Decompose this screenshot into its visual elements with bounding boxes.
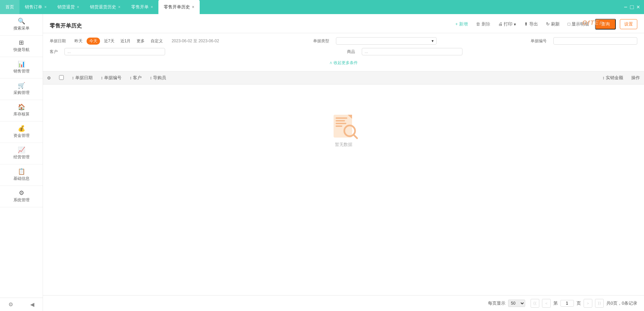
first-page-btn[interactable]: ⟨⟨ (531, 299, 539, 308)
sidebar-item-finance[interactable]: 💰 资金管理 (0, 121, 43, 143)
add-button[interactable]: + 新增 (453, 20, 470, 29)
tab-close-retail-open-history[interactable]: × (192, 5, 194, 9)
sidebar-item-purchase[interactable]: 🛒 采购管理 (0, 79, 43, 100)
table-area: ⚙ ↕ 单据日期 ↕ 单据编号 ↕ 客户 (43, 71, 644, 295)
th-guide-label: ↕ 导购员 (150, 75, 166, 80)
gear-icon[interactable]: ⚙ (47, 75, 51, 81)
product-input[interactable]: ... (362, 48, 462, 55)
th-gear: ⚙ (43, 71, 55, 85)
tab-close-sales-order[interactable]: × (44, 5, 47, 9)
th-action: 操作 (627, 71, 644, 85)
pagination: 每页显示 50 100 200 ⟨⟨ ＜ 第 页 ＞ ⟩⟩ 共0页，0条记录 (43, 295, 644, 311)
th-customer-label: ↕ 客户 (130, 75, 142, 80)
date-btn-近1月[interactable]: 近1月 (118, 38, 133, 45)
collapse-filter-btn[interactable]: ∧ 收起更多条件 (50, 59, 637, 67)
delete-button[interactable]: 🗑 删除 (474, 20, 492, 29)
sidebar-item-sales[interactable]: 📊 销售管理 (0, 57, 43, 79)
doc-num-label: 单据编号 (531, 38, 547, 44)
date-btn-今天[interactable]: 今天 (87, 38, 100, 45)
table-header-row: ⚙ ↕ 单据日期 ↕ 单据编号 ↕ 客户 (43, 71, 644, 85)
sidebar-label-basic: 基础信息 (13, 176, 30, 182)
tab-close-retail-open[interactable]: × (151, 5, 153, 9)
th-customer: ↕ 客户 (126, 71, 146, 85)
content-area: 零售开单历史 + 新增 🗑 删除 🖨 打印 ▾ ⬆ 导出 ↻ 刷新 □ 显示明细… (43, 14, 644, 311)
window-controls: − □ × (620, 4, 644, 11)
date-range: 2023-06-02 至 2023-06-02 (171, 38, 219, 44)
filter-row-2: 客户 ... 商品 ... (50, 48, 637, 55)
doc-type-select[interactable]: ▾ (336, 37, 437, 45)
svg-rect-2 (336, 120, 345, 121)
toolbar: + 新增 🗑 删除 🖨 打印 ▾ ⬆ 导出 ↻ 刷新 □ 显示明细 查询 设置 (453, 19, 637, 33)
settings-button[interactable]: 设置 (620, 19, 637, 29)
nav-tab-sales-return-history[interactable]: 销货退货历史 × (85, 0, 126, 14)
print-label: 🖨 打印 (498, 21, 513, 27)
refresh-button[interactable]: ↻ 刷新 (544, 20, 562, 29)
print-arrow: ▾ (514, 22, 516, 27)
svg-point-7 (347, 128, 352, 134)
date-btn-近7天[interactable]: 近7天 (102, 38, 116, 45)
customer-label: 客户 (50, 49, 58, 55)
tab-close-sales-return-history[interactable]: × (118, 5, 120, 9)
total-info: 共0页，0条记录 (606, 300, 637, 306)
sidebar-icon-inventory: 🏠 (18, 104, 25, 110)
sidebar-item-operation[interactable]: 📈 经营管理 (0, 143, 43, 164)
doc-num-input[interactable] (553, 37, 637, 45)
tab-close-sales-return[interactable]: × (77, 5, 79, 9)
date-filter-btns: 昨天今天近7天近1月更多自定义 (72, 38, 165, 45)
select-all-checkbox[interactable] (59, 75, 64, 80)
per-page-select[interactable]: 50 100 200 (508, 300, 525, 307)
page-input[interactable] (560, 300, 574, 307)
window-close-btn[interactable]: × (636, 4, 640, 11)
empty-text: 暂无数据 (335, 142, 352, 148)
svg-rect-3 (336, 123, 346, 124)
prev-page-btn[interactable]: ＜ (542, 299, 551, 308)
table-body: 暂无数据 (43, 85, 644, 175)
nav-tab-sales-return[interactable]: 销货退货 × (52, 0, 85, 14)
empty-row: 暂无数据 (43, 85, 644, 175)
date-btn-更多[interactable]: 更多 (135, 38, 147, 45)
sidebar-item-search[interactable]: 🔍 搜索采单 (0, 14, 43, 36)
sidebar-label-finance: 资金管理 (13, 133, 30, 139)
empty-state: 暂无数据 (43, 85, 644, 174)
nav-tabs: 首页销售订单 ×销货退货 ×销货退货历史 ×零售开单 ×零售开单历史 × (0, 0, 620, 14)
sidebar-icon-sales: 📊 (18, 61, 25, 67)
th-docnum-label: ↕ 单据编号 (101, 75, 121, 80)
th-amount-label: ↕ 实销金额 (602, 75, 623, 80)
filter-row-1: 单据日期 昨天今天近7天近1月更多自定义 2023-06-02 至 2023-0… (50, 37, 637, 45)
sidebar-item-system[interactable]: ⚙ 系统管理 (0, 186, 43, 207)
nav-tab-retail-open[interactable]: 零售开单 × (126, 0, 158, 14)
date-btn-自定义[interactable]: 自定义 (149, 38, 165, 45)
date-label: 单据日期 (50, 38, 66, 44)
th-action-label: 操作 (631, 75, 640, 80)
svg-rect-4 (336, 125, 342, 127)
sidebar-settings-btn[interactable]: ⚙ (8, 301, 13, 308)
sidebar-item-basic[interactable]: 📋 基础信息 (0, 164, 43, 186)
print-button[interactable]: 🖨 打印 ▾ (496, 20, 518, 29)
window-min-btn[interactable]: − (624, 4, 628, 11)
next-page-btn[interactable]: ＞ (584, 299, 592, 308)
top-nav-bar: 首页销售订单 ×销货退货 ×销货退货历史 ×零售开单 ×零售开单历史 × − □… (0, 0, 644, 14)
sidebar-label-search: 搜索采单 (13, 25, 30, 31)
filter-area: 单据日期 昨天今天近7天近1月更多自定义 2023-06-02 至 2023-0… (43, 33, 644, 71)
th-spacer (170, 71, 598, 85)
sidebar-icon-search: 🔍 (18, 18, 25, 24)
sidebar-label-inventory: 库存核算 (13, 111, 30, 117)
last-page-btn[interactable]: ⟩⟩ (595, 299, 604, 308)
page-header: 零售开单历史 + 新增 🗑 删除 🖨 打印 ▾ ⬆ 导出 ↻ 刷新 □ 显示明细… (43, 14, 644, 33)
export-button[interactable]: ⬆ 导出 (522, 20, 540, 29)
date-btn-昨天[interactable]: 昨天 (72, 38, 85, 45)
sidebar-collapse-btn[interactable]: ◀ (30, 301, 34, 308)
nav-tab-retail-open-history[interactable]: 零售开单历史 × (158, 0, 200, 14)
sidebar-label-sales: 销售管理 (13, 68, 30, 74)
brand-text: OfTEn (582, 19, 604, 27)
window-max-btn[interactable]: □ (630, 4, 634, 11)
customer-input[interactable]: ... (64, 48, 165, 55)
table-header: ⚙ ↕ 单据日期 ↕ 单据编号 ↕ 客户 (43, 71, 644, 85)
nav-tab-home[interactable]: 首页 (0, 0, 19, 14)
sidebar-item-quick-nav[interactable]: ⊞ 快捷导航 (0, 36, 43, 57)
page-title: 零售开单历史 (50, 22, 82, 30)
nav-tab-sales-order[interactable]: 销售订单 × (19, 0, 52, 14)
doc-type-label: 单据类型 (313, 38, 329, 44)
sidebar-item-inventory[interactable]: 🏠 库存核算 (0, 100, 43, 121)
sidebar-icon-quick-nav: ⊞ (19, 40, 24, 46)
